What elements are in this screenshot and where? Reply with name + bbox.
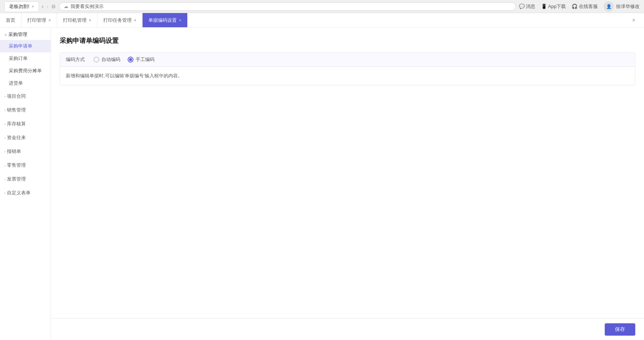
message-icon-top[interactable]: 💬 消息: [519, 3, 536, 10]
sidebar-item-custom-forms[interactable]: › 自定义表单: [0, 186, 51, 200]
inventory-label: 库存核算: [7, 121, 26, 127]
capital-flow-label: 资金往来: [7, 134, 26, 141]
tab-print-task-management-close[interactable]: ×: [134, 18, 136, 23]
sidebar-group-procurement: ∨ 采购管理 采购申请单 采购订单 采购费用分摊单 进货单: [0, 28, 51, 89]
browser-tab-title: 老板勿割!: [9, 3, 29, 10]
tab-print-task-management[interactable]: 打印任务管理 ×: [97, 13, 143, 27]
sidebar-group-title-procurement[interactable]: ∨ 采购管理: [0, 28, 51, 40]
retail-arrow: ›: [4, 163, 5, 167]
main-layout: ∨ 采购管理 采购申请单 采购订单 采购费用分摊单 进货单 › 项目合同 › 销…: [0, 28, 644, 340]
browser-address-bar[interactable]: ☁ 我要看实例演示: [59, 2, 516, 11]
app-download-top[interactable]: 📱 App下载: [541, 3, 566, 10]
app-header: 首页 打印管理 × 打印机管理 × 打印任务管理 × 单据编码设置 × ×: [0, 13, 644, 28]
project-contract-arrow: ›: [4, 94, 5, 98]
coding-description: 新增和编辑单据时,可以编辑'单据编号'输入框中的内容。: [60, 67, 635, 85]
inventory-arrow: ›: [4, 122, 5, 126]
browser-nav-arrow[interactable]: ‹: [42, 3, 44, 10]
sidebar-item-returns[interactable]: › 报销单: [0, 145, 51, 158]
tab-print-management[interactable]: 打印管理 ×: [21, 13, 57, 27]
gear-icon[interactable]: ⚙: [51, 4, 56, 9]
sidebar-item-purchase-expense-label: 采购费用分摊单: [9, 68, 42, 73]
retail-label: 零售管理: [7, 162, 26, 169]
returns-arrow: ›: [4, 150, 5, 154]
project-contract-label: 项目合同: [7, 93, 26, 100]
custom-forms-label: 自定义表单: [7, 190, 31, 196]
avatar: 👤: [604, 1, 614, 12]
sidebar-item-capital-flow[interactable]: › 资金往来: [0, 131, 51, 145]
tab-printer-management-label: 打印机管理: [63, 17, 87, 24]
tab-print-management-label: 打印管理: [27, 17, 46, 24]
sidebar-item-project-contract[interactable]: › 项目合同: [0, 89, 51, 103]
manual-coding-option[interactable]: 手工编码: [128, 56, 155, 63]
online-service-top[interactable]: 🎧 在线客服: [572, 3, 598, 10]
coding-section: 编码方式 自动编码 手工编码 新增和编辑单据时,可以编辑'单据编号'输入框中的内: [60, 52, 635, 85]
tab-print-management-close[interactable]: ×: [48, 18, 51, 23]
coding-description-text: 新增和编辑单据时,可以编辑'单据编号'输入框中的内容。: [66, 73, 183, 78]
address-text: 我要看实例演示: [71, 3, 104, 10]
auto-coding-option[interactable]: 自动编码: [93, 56, 120, 63]
tab-home-label: 首页: [6, 17, 15, 24]
content-area: 采购申请单编码设置 编码方式 自动编码 手工编码: [51, 28, 644, 340]
tab-home[interactable]: 首页: [0, 13, 21, 27]
coding-method-label: 编码方式: [66, 56, 85, 63]
coding-radio-group: 自动编码 手工编码: [93, 56, 155, 63]
sidebar-item-goods-receipt-label: 进货单: [9, 80, 23, 86]
browser-bar-right: 💬 消息 📱 App下载 🎧 在线客服 👤 徐泽华修改: [519, 1, 640, 12]
invoice-arrow: ›: [4, 177, 5, 181]
browser-tab[interactable]: 老板勿割! ×: [4, 1, 39, 11]
page-title: 采购申请单编码设置: [60, 36, 635, 45]
tab-printer-management[interactable]: 打印机管理 ×: [57, 13, 97, 27]
sidebar-item-purchase-expense[interactable]: 采购费用分摊单: [0, 65, 51, 77]
sidebar-item-purchase-order-label: 采购订单: [9, 56, 28, 61]
app-tabs: 首页 打印管理 × 打印机管理 × 打印任务管理 × 单据编码设置 ×: [0, 13, 188, 27]
sidebar-item-purchase-request-label: 采购申请单: [9, 43, 32, 49]
footer-bar: 保存: [51, 318, 644, 340]
browser-bar: 老板勿割! × ‹ › ⚙ ☁ 我要看实例演示 💬 消息 📱 App下载 🎧 在…: [0, 0, 644, 13]
custom-forms-arrow: ›: [4, 191, 5, 195]
cloud-icon: ☁: [64, 4, 68, 9]
tab-single-doc-code-settings-close[interactable]: ×: [179, 18, 181, 23]
tab-printer-management-close[interactable]: ×: [89, 18, 91, 23]
sidebar-item-goods-receipt[interactable]: 进货单: [0, 77, 51, 89]
returns-label: 报销单: [7, 148, 21, 155]
app-header-right: ×: [629, 16, 644, 25]
sidebar-item-retail[interactable]: › 零售管理: [0, 158, 51, 172]
invoice-label: 发票管理: [7, 176, 26, 182]
window-close-button[interactable]: ×: [629, 16, 638, 25]
manual-coding-radio[interactable]: [128, 57, 133, 62]
save-button[interactable]: 保存: [605, 323, 635, 336]
tab-print-task-management-label: 打印任务管理: [103, 17, 132, 24]
procurement-arrow: ∨: [4, 33, 7, 37]
user-name: 徐泽华修改: [616, 3, 640, 10]
auto-coding-label: 自动编码: [101, 56, 120, 63]
coding-header: 编码方式 自动编码 手工编码: [60, 53, 635, 67]
sidebar-item-purchase-request[interactable]: 采购申请单: [0, 40, 51, 52]
content-inner: 采购申请单编码设置 编码方式 自动编码 手工编码: [51, 28, 644, 340]
user-info[interactable]: 👤 徐泽华修改: [604, 1, 640, 12]
procurement-label: 采购管理: [8, 31, 27, 38]
browser-tab-close[interactable]: ×: [32, 4, 34, 9]
tab-single-doc-code-settings[interactable]: 单据编码设置 ×: [143, 13, 188, 27]
sidebar: ∨ 采购管理 采购申请单 采购订单 采购费用分摊单 进货单 › 项目合同 › 销…: [0, 28, 51, 340]
sidebar-item-sales-management[interactable]: › 销售管理: [0, 103, 51, 117]
sales-management-label: 销售管理: [7, 107, 26, 113]
manual-coding-label: 手工编码: [136, 56, 155, 63]
capital-flow-arrow: ›: [4, 136, 5, 140]
browser-nav-arrow-right[interactable]: ›: [47, 3, 48, 10]
auto-coding-radio[interactable]: [93, 57, 99, 62]
sidebar-item-invoice[interactable]: › 发票管理: [0, 172, 51, 186]
sidebar-item-inventory[interactable]: › 库存核算: [0, 117, 51, 131]
sidebar-item-purchase-order[interactable]: 采购订单: [0, 52, 51, 65]
tab-single-doc-code-settings-label: 单据编码设置: [148, 17, 177, 24]
sales-management-arrow: ›: [4, 108, 5, 112]
